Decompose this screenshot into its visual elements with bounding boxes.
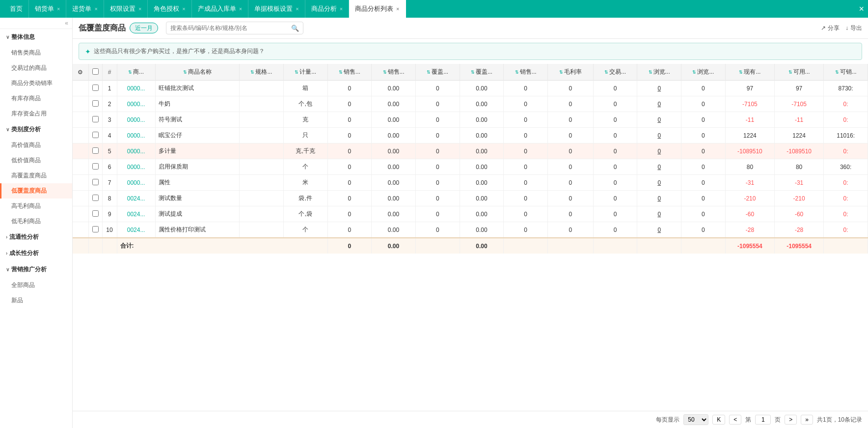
nav-tab-role-close[interactable]: ×: [182, 6, 185, 12]
sidebar-collapse-button[interactable]: «: [0, 18, 72, 29]
th-unit[interactable]: ⇅计量...: [283, 64, 327, 81]
nav-tab-template[interactable]: 单据模板设置 ×: [248, 0, 305, 18]
nav-tab-product[interactable]: 产成品入库单 ×: [192, 0, 248, 18]
sidebar-item-low-margin[interactable]: 低毛利商品: [0, 214, 72, 229]
sidebar-item-high-value[interactable]: 高价值商品: [0, 138, 72, 153]
nav-tab-perm[interactable]: 权限设置 ×: [104, 0, 148, 18]
th-gear[interactable]: ⚙: [73, 64, 88, 81]
nav-tab-analysis-close[interactable]: ×: [340, 6, 343, 12]
cell-sales-qty: 0: [327, 128, 372, 143]
nav-tab-purchase-close[interactable]: ×: [94, 6, 97, 12]
th-view2[interactable]: ⇅浏览...: [681, 64, 726, 81]
cell-gear[interactable]: [73, 112, 88, 128]
th-sellable[interactable]: ⇅可销...: [824, 64, 868, 81]
sidebar-item-low-value[interactable]: 低价值商品: [0, 153, 72, 168]
window-close-button[interactable]: ×: [859, 4, 864, 13]
sidebar-item-category-rate[interactable]: 商品分类动销率: [0, 76, 72, 91]
cell-view1[interactable]: 0: [637, 112, 681, 128]
cell-gear[interactable]: [73, 143, 88, 159]
th-gross[interactable]: ⇅毛利率: [547, 64, 593, 81]
nav-tab-purchase[interactable]: 进货单 ×: [66, 0, 104, 18]
sidebar-item-high-coverage[interactable]: 高覆盖度商品: [0, 168, 72, 183]
page-size-select[interactable]: 50 100 200: [683, 414, 708, 425]
cell-gear[interactable]: [73, 206, 88, 222]
nav-tab-home[interactable]: 首页: [4, 0, 29, 18]
row-checkbox-8[interactable]: [92, 210, 99, 217]
th-cover2[interactable]: ⇅覆盖...: [460, 64, 504, 81]
th-trade[interactable]: ⇅交易...: [593, 64, 637, 81]
first-page-button[interactable]: K: [712, 415, 725, 425]
sidebar-item-stocked[interactable]: 有库存商品: [0, 91, 72, 106]
nav-tab-perm-close[interactable]: ×: [138, 6, 141, 12]
select-all-checkbox[interactable]: [92, 68, 99, 75]
th-spec[interactable]: ⇅规格...: [240, 64, 284, 81]
cell-spec: [240, 191, 284, 206]
th-sales-num[interactable]: ⇅销售...: [504, 64, 548, 81]
row-checkbox-3[interactable]: [92, 132, 99, 138]
sidebar-item-capital[interactable]: 库存资金占用: [0, 106, 72, 121]
cell-view1[interactable]: 0: [637, 175, 681, 191]
th-available[interactable]: ⇅可用...: [775, 64, 824, 81]
th-sales-amt[interactable]: ⇅销售...: [372, 64, 416, 81]
share-button[interactable]: ↗ 分享: [821, 24, 840, 32]
nav-tab-analysis-list-close[interactable]: ×: [396, 6, 399, 12]
last-page-button[interactable]: »: [801, 415, 813, 425]
cell-view1[interactable]: 0: [637, 96, 681, 112]
cell-num: 7: [102, 175, 117, 191]
sidebar-section-marketing[interactable]: ∨ 营销推广分析: [0, 261, 72, 278]
row-checkbox-7[interactable]: [92, 195, 99, 201]
sidebar-section-flow[interactable]: › 流通性分析: [0, 229, 72, 245]
th-current[interactable]: ⇅现有...: [725, 64, 774, 81]
nav-tab-product-close[interactable]: ×: [239, 6, 242, 12]
cell-gear[interactable]: [73, 81, 88, 96]
nav-tab-sales-close[interactable]: ×: [57, 6, 60, 12]
cell-sales-qty: 0: [327, 112, 372, 128]
cell-gear[interactable]: [73, 175, 88, 191]
sidebar-item-sales-goods[interactable]: 销售类商品: [0, 45, 72, 60]
row-checkbox-1[interactable]: [92, 100, 99, 107]
sidebar-section-overview[interactable]: ∨ 整体信息: [0, 29, 72, 45]
sidebar-item-low-coverage[interactable]: 低覆盖度商品: [0, 183, 72, 199]
cell-view1[interactable]: 0: [637, 222, 681, 238]
cell-gear[interactable]: [73, 96, 88, 112]
sidebar-item-all-goods[interactable]: 全部商品: [0, 278, 72, 293]
search-icon[interactable]: 🔍: [291, 25, 299, 32]
nav-tab-analysis-list[interactable]: 商品分析列表 ×: [349, 0, 406, 18]
th-code[interactable]: ⇅商...: [117, 64, 155, 81]
nav-tab-template-close[interactable]: ×: [296, 6, 298, 12]
row-checkbox-4[interactable]: [92, 147, 99, 154]
nav-tab-role[interactable]: 角色授权 ×: [148, 0, 191, 18]
th-view1[interactable]: ⇅浏览...: [637, 64, 681, 81]
next-page-button[interactable]: >: [785, 415, 797, 425]
search-input[interactable]: [170, 25, 291, 31]
row-checkbox-5[interactable]: [92, 163, 99, 170]
filter-btn-last-month[interactable]: 近一月: [130, 23, 158, 33]
cell-gear[interactable]: [73, 128, 88, 143]
cell-gear[interactable]: [73, 222, 88, 238]
cell-view1[interactable]: 0: [637, 128, 681, 143]
export-button[interactable]: ↓ 导出: [845, 24, 862, 32]
row-checkbox-0[interactable]: [92, 85, 99, 91]
page-number-input[interactable]: [755, 415, 771, 425]
cell-gear[interactable]: [73, 159, 88, 175]
row-checkbox-2[interactable]: [92, 116, 99, 122]
sidebar-item-high-margin[interactable]: 高毛利商品: [0, 199, 72, 214]
cell-view1[interactable]: 0: [637, 206, 681, 222]
cell-gear[interactable]: [73, 191, 88, 206]
th-sales-qty[interactable]: ⇅销售...: [327, 64, 372, 81]
sidebar-section-growth[interactable]: › 成长性分析: [0, 245, 72, 261]
sidebar-item-new-goods[interactable]: 新品: [0, 293, 72, 308]
sidebar-section-category[interactable]: ∨ 类别度分析: [0, 121, 72, 138]
row-checkbox-9[interactable]: [92, 226, 99, 232]
cell-view1[interactable]: 0: [637, 191, 681, 206]
cell-view1[interactable]: 0: [637, 159, 681, 175]
th-cover1[interactable]: ⇅覆盖...: [415, 64, 460, 81]
nav-tab-analysis[interactable]: 商品分析 ×: [305, 0, 349, 18]
cell-view1[interactable]: 0: [637, 143, 681, 159]
sidebar-item-traded-goods[interactable]: 交易过的商品: [0, 60, 72, 76]
nav-tab-sales[interactable]: 销货单 ×: [29, 0, 66, 18]
cell-view1[interactable]: 0: [637, 81, 681, 96]
prev-page-button[interactable]: <: [729, 415, 741, 425]
th-name[interactable]: ⇅商品名称: [155, 64, 239, 81]
row-checkbox-6[interactable]: [92, 179, 99, 185]
